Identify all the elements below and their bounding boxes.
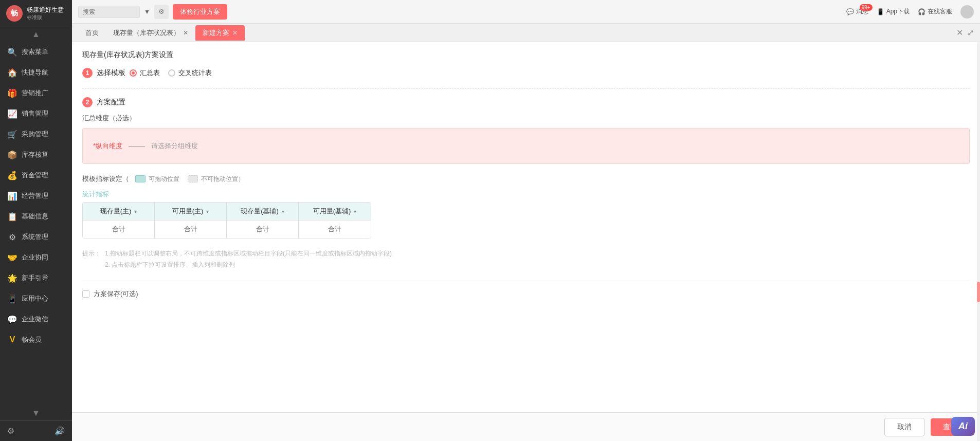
sidebar-item-wechat[interactable]: 💬 企业微信: [0, 309, 72, 329]
stats-section: 统计指标 现存量(主) ▾ 可用量(主) ▾: [82, 190, 970, 240]
tab-close-active-icon[interactable]: ✕: [232, 30, 238, 36]
tab-new-plan[interactable]: 新建方案 ✕: [195, 25, 245, 41]
online-service-label: 在线客服: [928, 7, 952, 16]
right-scrollbar[interactable]: [977, 42, 980, 441]
sidebar: 畅 畅康通好生意 标准版 ▲ 🔍 搜索菜单 🏠 快捷导航 🎁 营销推广 📈 销售…: [0, 0, 72, 441]
non-draggable-legend-item: 不可拖动位置）: [188, 175, 244, 183]
tab-label: 现存量（库存状况表）: [113, 28, 180, 38]
operations-icon: 📊: [7, 191, 17, 201]
stats-col-4-header[interactable]: 可用量(基辅) ▾: [299, 203, 371, 220]
appstore-icon: 📱: [7, 293, 17, 304]
stats-col-3-label: 现存量(基辅): [241, 207, 279, 216]
tab-inventory-status[interactable]: 现存量（库存状况表） ✕: [106, 25, 195, 41]
sidebar-item-sales[interactable]: 📈 销售管理: [0, 103, 72, 124]
save-label: 方案保存(可选): [94, 289, 138, 299]
topbar-gear-btn[interactable]: ⚙: [154, 5, 169, 19]
sidebar-item-purchase[interactable]: 🛒 采购管理: [0, 124, 72, 144]
sidebar-item-operations[interactable]: 📊 经营管理: [0, 186, 72, 206]
sidebar-item-newbie[interactable]: 🌟 新手引导: [0, 268, 72, 288]
topbar-search-input[interactable]: [78, 6, 140, 18]
user-avatar[interactable]: [960, 5, 974, 19]
message-badge: 99+: [860, 4, 873, 11]
sidebar-scroll-down[interactable]: ▼: [0, 408, 72, 418]
stats-col-4-label: 可用量(基辅): [313, 207, 351, 216]
stats-col-1-label: 现存量(主): [100, 207, 132, 216]
message-icon: 💬: [846, 8, 854, 15]
chevron-down-icon-1: ▾: [134, 209, 137, 214]
sidebar-item-membership[interactable]: V 畅会员: [0, 329, 72, 350]
step2-label: 方案配置: [97, 98, 125, 107]
topbar: ▼ ⚙ 体验行业方案 💬 消息 99+ 📱 App下载 🎧 在线客服: [72, 0, 980, 24]
sidebar-item-label: 基础信息: [22, 212, 48, 221]
marketing-icon: 🎁: [7, 88, 17, 98]
app-download-button[interactable]: 📱 App下载: [877, 7, 910, 16]
tip-text-2: 2. 点击标题栏下拉可设置排序、插入列和删除列: [86, 260, 235, 271]
dimension-config-box: *纵向维度 —— 请选择分组维度: [82, 128, 970, 164]
radio-cross-circle: [168, 69, 175, 77]
indicator-label-row: 模板指标设定（ 可拖动位置 不可拖动位置）: [82, 174, 970, 183]
tab-home[interactable]: 首页: [78, 25, 106, 41]
app-name: 畅康通好生意: [27, 6, 64, 14]
save-checkbox[interactable]: [82, 290, 89, 298]
app-logo: 畅 畅康通好生意 标准版: [0, 0, 72, 27]
audio-icon[interactable]: 🔊: [55, 426, 65, 436]
app-edition: 标准版: [27, 14, 64, 21]
chevron-down-icon-3: ▾: [282, 209, 284, 214]
cancel-button[interactable]: 取消: [884, 418, 924, 436]
system-icon: ⚙: [7, 232, 17, 242]
main-area: ▼ ⚙ 体验行业方案 💬 消息 99+ 📱 App下载 🎧 在线客服 首页: [72, 0, 980, 441]
sidebar-item-inventory[interactable]: 📦 库存核算: [0, 144, 72, 165]
wechat-icon: 💬: [7, 314, 17, 324]
tabbar: 首页 现存量（库存状况表） ✕ 新建方案 ✕ ✕ ⤢: [72, 24, 980, 42]
sidebar-item-system[interactable]: ⚙ 系统管理: [0, 227, 72, 247]
finance-icon: 💰: [7, 170, 17, 180]
close-window-icon[interactable]: ✕: [956, 28, 963, 38]
sidebar-item-shortcut[interactable]: 🏠 快捷导航: [0, 62, 72, 83]
sidebar-item-search[interactable]: 🔍 搜索菜单: [0, 42, 72, 62]
step2-section: 2 方案配置 汇总维度（必选） *纵向维度 —— 请选择分组维度 模板指标设定（: [82, 97, 970, 270]
stats-cell-2: 合计: [155, 220, 227, 238]
shortcut-icon: 🏠: [7, 67, 17, 78]
sidebar-nav: 🔍 搜索菜单 🏠 快捷导航 🎁 营销推广 📈 销售管理 🛒 采购管理 📦 库存核…: [0, 42, 72, 406]
tab-label: 首页: [85, 28, 99, 38]
dim-required-text: *纵向维度: [93, 141, 122, 151]
stats-col-2-header[interactable]: 可用量(主) ▾: [155, 203, 227, 220]
step1-label: 选择模板: [97, 68, 125, 78]
radio-summary-circle: [130, 69, 137, 77]
dim-placeholder-text: 请选择分组维度: [151, 141, 198, 151]
tab-close-icon[interactable]: ✕: [183, 30, 188, 36]
template-radio-group: 汇总表 交叉统计表: [130, 68, 212, 78]
basic-icon: 📋: [7, 211, 17, 222]
sidebar-item-appstore[interactable]: 📱 应用中心: [0, 288, 72, 309]
online-service-button[interactable]: 🎧 在线客服: [918, 7, 952, 16]
draggable-legend-item: 可拖动位置: [135, 175, 179, 183]
sidebar-item-label: 经营管理: [22, 191, 48, 200]
sidebar-item-marketing[interactable]: 🎁 营销推广: [0, 83, 72, 103]
step2-num: 2: [82, 97, 93, 107]
membership-icon: V: [7, 335, 17, 345]
stats-col-3-header[interactable]: 现存量(基辅) ▾: [227, 203, 299, 220]
radio-summary[interactable]: 汇总表: [130, 68, 160, 78]
topbar-dropdown[interactable]: ▼: [144, 8, 150, 15]
expand-window-icon[interactable]: ⤢: [967, 28, 974, 38]
sidebar-item-coop[interactable]: 🤝 企业协同: [0, 247, 72, 268]
stats-col-1-header[interactable]: 现存量(主) ▾: [83, 203, 155, 220]
sidebar-scroll-up[interactable]: ▲: [0, 29, 72, 40]
settings-icon[interactable]: ⚙: [7, 426, 14, 436]
radio-cross[interactable]: 交叉统计表: [168, 68, 212, 78]
sidebar-item-label: 库存核算: [22, 150, 48, 159]
trial-industry-button[interactable]: 体验行业方案: [173, 4, 227, 20]
messages-button[interactable]: 💬 消息 99+: [846, 7, 868, 16]
inventory-icon: 📦: [7, 150, 17, 160]
sidebar-item-basic[interactable]: 📋 基础信息: [0, 206, 72, 227]
sidebar-item-label: 企业微信: [22, 315, 48, 324]
ai-badge[interactable]: Ai: [951, 417, 975, 436]
sidebar-item-label: 企业协同: [22, 253, 48, 262]
logo-icon: 畅: [6, 5, 23, 22]
non-draggable-legend-box: [188, 175, 198, 182]
sidebar-item-finance[interactable]: 💰 资金管理: [0, 165, 72, 186]
tip-prefix-1: 提示：: [82, 248, 101, 260]
non-draggable-legend-label: 不可拖动位置）: [201, 175, 244, 183]
sidebar-item-label: 畅会员: [22, 335, 42, 344]
stats-table: 现存量(主) ▾ 可用量(主) ▾ 现存量(基辅) ▾: [82, 202, 371, 238]
